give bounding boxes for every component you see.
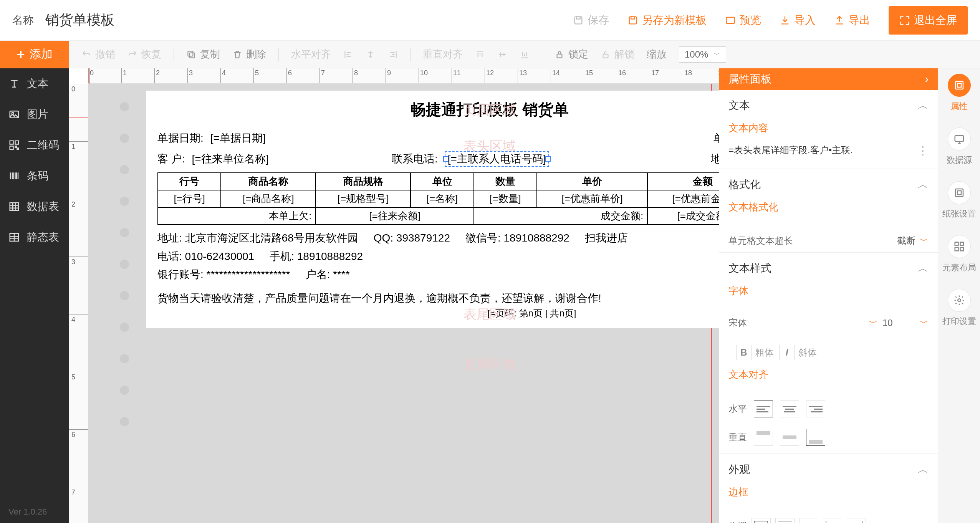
valign-top[interactable]: [754, 429, 773, 446]
data-table[interactable]: 行号商品名称商品规格单位数量单价金额备注 [=行号][=商品名称][=规格型号]…: [157, 172, 719, 225]
canvas-scroll[interactable]: 页眉区域 表头区域 表尾区域 页脚区域 畅捷通打印模板 销货单 单据日期:[=单…: [88, 84, 719, 523]
table-header[interactable]: 单位: [411, 173, 473, 190]
halign-opt1[interactable]: [343, 50, 353, 60]
exit-fullscreen-button[interactable]: 退出全屏: [889, 6, 968, 35]
table-cell[interactable]: [=商品名称]: [221, 190, 316, 207]
italic-button[interactable]: I斜体: [779, 345, 817, 360]
sidebar-item-barcode[interactable]: 条码: [0, 161, 69, 191]
date-value[interactable]: [=单据日期]: [210, 131, 266, 146]
valign-middle[interactable]: [780, 429, 799, 446]
chevron-down-icon: ﹀: [869, 317, 878, 329]
import-button[interactable]: 导入: [780, 13, 816, 28]
toolbar: + 添加 撤销 恢复 复制 删除 水平对齐 垂直对齐 锁定 解锁 缩放 100%…: [0, 41, 980, 68]
export-button[interactable]: 导出: [834, 13, 870, 28]
halign-center[interactable]: [780, 401, 799, 417]
footer-block[interactable]: 地址: 北京市海淀区北清路68号用友软件园 QQ: 393879122 微信号:…: [157, 229, 719, 307]
table-cell[interactable]: [=行号]: [158, 190, 221, 207]
sidebar-item-datatable[interactable]: 数据表: [0, 191, 69, 222]
svg-rect-1: [576, 17, 580, 19]
template-name[interactable]: 销货单模板: [45, 11, 114, 30]
valign-bottom[interactable]: [806, 429, 825, 446]
sidebar-item-text[interactable]: 文本: [0, 68, 69, 99]
svg-rect-63: [957, 191, 961, 195]
owed-value: [=往来余额]: [316, 207, 473, 225]
valign-opt2[interactable]: [497, 50, 507, 60]
section-text[interactable]: 文本︿: [719, 90, 938, 121]
svg-rect-7: [557, 54, 562, 58]
undo-button[interactable]: 撤销: [81, 48, 115, 61]
page-number[interactable]: [=页码: 第n页 | 共n页]: [488, 307, 576, 319]
delete-button[interactable]: 删除: [232, 48, 266, 61]
sidebar-item-image[interactable]: 图片: [0, 99, 69, 130]
redo-button[interactable]: 恢复: [127, 48, 161, 61]
table-header[interactable]: 行号: [158, 173, 221, 190]
template-title[interactable]: 畅捷通打印模板 销货单: [157, 99, 719, 120]
table-header[interactable]: 商品规格: [316, 173, 411, 190]
halign-button[interactable]: 水平对齐: [291, 48, 331, 61]
cust-value[interactable]: [=往来单位名称]: [192, 152, 269, 166]
template-page[interactable]: 页眉区域 表头区域 表尾区域 页脚区域 畅捷通打印模板 销货单 单据日期:[=单…: [146, 91, 719, 328]
copy-button[interactable]: 复制: [186, 48, 220, 61]
tab-print[interactable]: 打印设置: [942, 289, 976, 327]
bold-button[interactable]: B粗体: [736, 345, 774, 360]
halign-opt3[interactable]: [388, 50, 398, 60]
tab-datasource[interactable]: 数据源: [947, 127, 972, 166]
section-appearance[interactable]: 外观︿: [719, 454, 938, 485]
valign-button[interactable]: 垂直对齐: [423, 48, 463, 61]
preview-button[interactable]: 预览: [725, 13, 761, 28]
border-bottom[interactable]: [799, 518, 818, 523]
tel-label[interactable]: 联系电话:: [392, 152, 438, 166]
more-icon[interactable]: ⋮: [917, 144, 929, 157]
barcode-icon: [8, 170, 20, 182]
section-format[interactable]: 格式化︿: [719, 169, 938, 200]
image-icon: [8, 109, 20, 120]
table-header[interactable]: 商品名称: [221, 173, 316, 190]
table-cell[interactable]: [=优惠前单价]: [537, 190, 647, 207]
border-all[interactable]: [752, 518, 771, 523]
halign-opt2[interactable]: [366, 50, 376, 60]
no-label[interactable]: 单据编号:: [713, 131, 719, 146]
overflow-select[interactable]: 截断﹀: [897, 235, 929, 247]
text-content-input[interactable]: [728, 141, 912, 159]
cust-label[interactable]: 客 户:: [157, 152, 185, 166]
svg-rect-64: [955, 242, 958, 246]
align-middle-icon: [497, 50, 507, 60]
chevron-down-icon: ﹀: [919, 235, 929, 247]
section-style[interactable]: 文本样式︿: [719, 253, 938, 284]
sidebar-item-qrcode[interactable]: 二维码: [0, 130, 69, 161]
border-top[interactable]: [775, 518, 795, 523]
unlock-button[interactable]: 解锁: [601, 48, 634, 61]
halign-left[interactable]: [754, 401, 773, 417]
halign-right[interactable]: [806, 401, 825, 417]
position-label: 位置: [728, 520, 747, 523]
table-header[interactable]: 数量: [474, 173, 537, 190]
table-cell[interactable]: [=优惠前金额]: [647, 190, 719, 207]
save-as-button[interactable]: 另存为新模板: [627, 13, 707, 28]
valign-opt3[interactable]: [520, 50, 530, 60]
lock-button[interactable]: 锁定: [555, 48, 588, 61]
zoom-select[interactable]: 100% ﹀: [679, 46, 726, 63]
table-cell[interactable]: [=数量]: [474, 190, 537, 207]
save-button[interactable]: 保存: [573, 13, 609, 28]
addr-label[interactable]: 地 址:: [711, 152, 719, 166]
table-header[interactable]: 金额: [647, 173, 719, 190]
svg-rect-6: [188, 51, 193, 56]
svg-rect-4: [727, 17, 735, 23]
add-button[interactable]: + 添加: [0, 41, 69, 68]
valign-opt1[interactable]: [475, 50, 485, 60]
tab-property[interactable]: 属性: [948, 74, 971, 112]
unlock-icon: [601, 50, 611, 60]
tel-value-selected[interactable]: [=主联系人电话号码]: [445, 151, 549, 167]
panel-header[interactable]: 属性面板 ›: [719, 68, 938, 90]
tab-layout[interactable]: 元素布局: [942, 235, 976, 273]
font-family-select[interactable]: 宋体﹀: [728, 313, 878, 333]
table-header[interactable]: 单价: [537, 173, 647, 190]
border-left[interactable]: [823, 518, 842, 523]
sidebar-item-statictable[interactable]: 静态表: [0, 222, 69, 253]
border-right[interactable]: [847, 518, 866, 523]
tab-paper[interactable]: 纸张设置: [942, 181, 976, 220]
table-cell[interactable]: [=规格型号]: [316, 190, 411, 207]
date-label[interactable]: 单据日期:: [157, 131, 204, 146]
font-size-select[interactable]: 10﹀: [882, 313, 929, 333]
table-cell[interactable]: [=名称]: [411, 190, 473, 207]
